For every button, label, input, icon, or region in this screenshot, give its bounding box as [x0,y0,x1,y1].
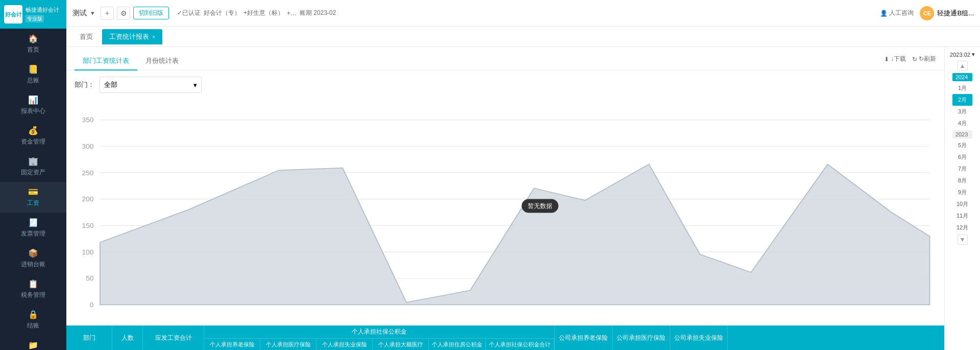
sidebar-label-invoices: 发票管理 [21,229,45,238]
help-label: 人工咨询 [889,9,914,17]
subtab-bar: 部门工资统计表月份统计表 ⬇ ↓下载 ↻ ↻刷新 [66,47,944,71]
sidebar-item-closing[interactable]: 🔒结账 [0,305,66,335]
month-item-2023-7月[interactable]: 7月 [952,163,972,175]
sidebar-item-tax[interactable]: 📋税务管理 [0,274,66,305]
download-icon: ⬇ [884,56,889,63]
svg-text:50: 50 [86,275,93,283]
topbar: 测试 ▾ ＋ ⚙ 切到旧版 ✓已认证好会计（专）+好生意（标）+…账期 2023… [66,0,980,27]
topbar-tags: ✓已认证好会计（专）+好生意（标）+…账期 2023-02 [177,9,336,17]
page-content: 部门工资统计表月份统计表 ⬇ ↓下载 ↻ ↻刷新 部门： 全部 [66,47,944,350]
logo-text: 畅捷通好会计 专业版 [26,6,59,22]
filter-bar: 部门： 全部 ▾ [66,71,944,99]
refresh-button[interactable]: ↻ ↻刷新 [912,55,936,63]
svg-text:250: 250 [82,169,94,177]
panel-arrow: ▾ [972,51,975,58]
sidebar-item-reports[interactable]: 📊报表中心 [0,90,66,121]
dept-select-arrow: ▾ [193,81,197,89]
legacy-button[interactable]: 切到旧版 [133,7,169,19]
month-item-2023-10月[interactable]: 10月 [952,198,972,210]
sidebar-label-home: 首页 [27,45,39,54]
svg-text:350: 350 [82,116,94,124]
main-content: 测试 ▾ ＋ ⚙ 切到旧版 ✓已认证好会计（专）+好生意（标）+…账期 2023… [66,0,980,350]
topbar-tag-0: ✓已认证 [177,9,201,17]
chart-area: 350 300 250 200 150 100 50 0 [66,99,944,325]
download-button[interactable]: ⬇ ↓下载 [884,55,906,63]
refresh-icon: ↻ [912,56,917,63]
topbar-actions: ＋ ⚙ 切到旧版 [101,7,169,20]
svg-text:0: 0 [90,301,94,309]
topbar-tag-1: 好会计（专） [204,9,240,17]
sidebar-item-funds[interactable]: 💰资金管理 [0,121,66,151]
svg-text:100: 100 [82,248,94,256]
subtab-monthly[interactable]: 月份统计表 [137,52,187,71]
date-down-button[interactable]: ▼ [958,235,968,245]
table-col-group-personal: 个人承担社保公积金个人承担养老保险个人承担医疗保险个人承担失业保险个人承担大额医… [204,325,555,350]
table-col-个人承担失业保险: 个人承担失业保险 [316,339,373,350]
tab-home[interactable]: 首页 [72,29,100,44]
svg-text:300: 300 [82,143,94,150]
content-area: 部门工资统计表月份统计表 ⬇ ↓下载 ↻ ↻刷新 部门： 全部 [66,47,980,350]
avatar: CE [920,6,934,20]
home-icon: 🏠 [28,34,38,43]
dept-filter-label: 部门： [75,80,94,89]
bottom-table: 部门人数应发工资合计个人承担社保公积金个人承担养老保险个人承担医疗保险个人承担失… [66,325,944,350]
tabbar: 首页工资统计报表× [66,27,980,47]
tab-salary-report[interactable]: 工资统计报表× [102,29,162,44]
help-button[interactable]: 👤 人工咨询 [880,9,914,17]
topbar-dropdown[interactable]: ▾ [91,9,94,17]
sidebar-label-salary: 工资 [27,199,39,207]
reports-icon: 📊 [28,95,38,105]
month-item-2024-1月[interactable]: 1月 [952,82,972,94]
month-item-2023-8月[interactable]: 8月 [952,175,972,186]
dept-select[interactable]: 全部 ▾ [100,77,202,93]
month-item-2024-4月[interactable]: 4月 [952,118,972,129]
archive-icon: 📁 [28,340,38,350]
logo-sub: 专业版 [26,15,44,22]
sidebar-item-invoices[interactable]: 🧾发票管理 [0,213,66,243]
year-label-2024[interactable]: 2024 [952,73,972,81]
help-icon: 👤 [880,10,888,17]
year-label-2023[interactable]: 2023 [952,130,972,138]
sidebar-label-ledger: 总账 [27,76,39,85]
sidebar-item-assets[interactable]: 🏢固定资产 [0,151,66,182]
table-col-应发工资合计: 应发工资合计 [143,325,204,350]
month-item-2023-5月[interactable]: 5月 [952,139,972,151]
tab-close-salary-report[interactable]: × [152,34,155,40]
month-item-2023-9月[interactable]: 9月 [952,186,972,198]
current-date-label: 2023.02 [950,52,970,58]
user-menu[interactable]: CE 轻捷通B组... [920,6,974,20]
topbar-tag-3: +… [287,10,297,17]
table-col-个人承担大额医疗: 个人承担大额医疗 [373,339,429,350]
download-label: ↓下载 [891,55,906,63]
subtab-left: 部门工资统计表月份统计表 [75,52,187,70]
table-col-个人承担养老保险: 个人承担养老保险 [204,339,260,350]
table-col-company-公司承担失业保险: 公司承担失业保险 [670,325,728,350]
add-button[interactable]: ＋ [101,7,114,20]
date-panel-header[interactable]: 2023.02 ▾ [947,49,978,60]
date-up-button[interactable]: ▲ [958,61,968,71]
sidebar-item-home[interactable]: 🏠首页 [0,29,66,59]
month-item-2023-11月[interactable]: 11月 [952,210,972,222]
sidebar-item-archive[interactable]: 📁归档管理 [0,335,66,350]
month-item-2024-2月[interactable]: 2月 [952,94,972,106]
sidebar-item-ledger[interactable]: 📒总账 [0,59,66,90]
logo-icon: 好会计 [4,5,22,24]
chart-svg: 350 300 250 200 150 100 50 0 [75,104,936,320]
topbar-tag-2: +好生意（标） [243,9,284,17]
month-item-2024-3月[interactable]: 3月 [952,106,972,118]
closing-icon: 🔒 [28,310,38,319]
logo-title: 畅捷通好会计 [26,6,59,13]
chart-area-fill [100,165,929,305]
sidebar-label-funds: 资金管理 [21,137,45,146]
topbar-title: 测试 [72,9,87,18]
month-item-2023-12月[interactable]: 12月 [952,222,972,234]
dept-select-value: 全部 [104,80,117,89]
settings-button[interactable]: ⚙ [117,7,130,20]
sidebar-label-closing: 结账 [27,321,39,330]
sidebar-label-tax: 税务管理 [21,291,45,299]
sidebar-item-purchases[interactable]: 📦进销台账 [0,243,66,274]
subtab-dept[interactable]: 部门工资统计表 [75,52,137,71]
table-col-company-公司承担医疗保险: 公司承担医疗保险 [612,325,670,350]
sidebar-item-salary[interactable]: 💳工资 [0,182,66,213]
month-item-2023-6月[interactable]: 6月 [952,151,972,163]
